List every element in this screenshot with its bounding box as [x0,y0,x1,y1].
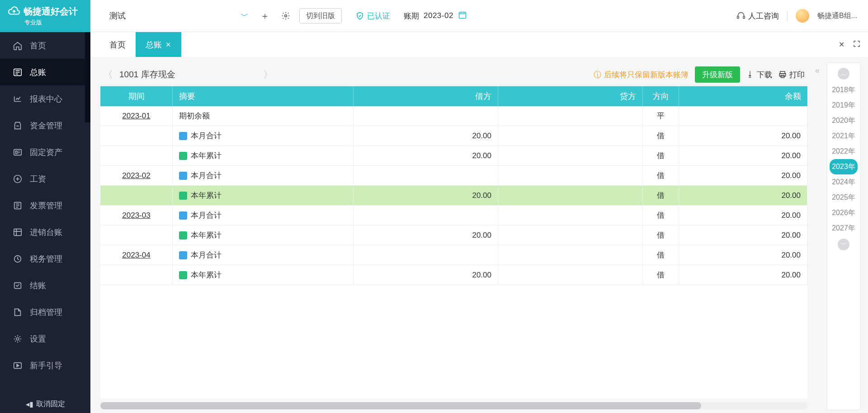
year-option[interactable]: 2019年 [830,98,858,113]
period-value: 2023-02 [424,11,453,20]
print-icon [778,70,787,79]
avatar[interactable] [796,9,809,23]
headset-icon [736,11,745,20]
year-option[interactable]: 2022年 [830,144,858,159]
table-row[interactable]: 2023-02本月合计借20.00 [100,166,807,186]
year-option[interactable]: 2023年 [830,159,858,174]
sidebar-item-label: 归档管理 [30,307,62,318]
cell-summary: 本年累计 [173,186,354,205]
year-total-icon [179,152,187,160]
year-option[interactable]: 2025年 [830,190,858,205]
account-name: 测试 [109,10,126,21]
cell-direction: 借 [643,265,679,285]
table-row[interactable]: 本年累计20.00借20.00 [100,265,807,285]
year-option[interactable]: 2026年 [830,205,858,221]
table-row[interactable]: 2023-04本月合计借20.00 [100,245,807,265]
gear-icon[interactable] [278,9,293,23]
cell-period [100,265,173,285]
year-option[interactable]: 2021年 [830,128,858,144]
sidebar-item-12[interactable]: 新手引导 [0,352,90,379]
upgrade-button[interactable]: 升级新版 [695,66,740,83]
table-row[interactable]: 本年累计20.00借20.00 [100,186,807,206]
svg-rect-1 [459,12,466,18]
svg-rect-2 [737,16,739,19]
cell-period [100,225,173,245]
period-link[interactable]: 2023-04 [122,251,150,260]
cell-period: 2023-02 [100,166,173,185]
next-account-button[interactable]: 〉 [263,68,273,81]
sidebar-item-8[interactable]: 税务管理 [0,245,90,272]
sidebar-item-0[interactable]: 首页 [0,32,90,59]
support-button[interactable]: 人工咨询 [736,11,779,21]
year-total-icon [179,231,187,239]
close-icon[interactable]: ✕ [165,41,171,49]
tab-ledger[interactable]: 总账 ✕ [136,32,181,57]
horizontal-scrollbar[interactable] [100,402,807,409]
sidebar-item-label: 资金管理 [30,120,62,131]
table-row[interactable]: 2023-01期初余额平 [100,106,807,126]
month-total-icon [179,251,187,259]
main: 首页 总账 ✕ ✕ 〈 1001 库存现金 〉 ⓘ [90,32,868,413]
period-display: 账期 2023-02 [404,10,467,22]
col-debit: 借方 [354,86,498,106]
year-option[interactable]: 2027年 [830,221,858,236]
sidebar-item-7[interactable]: 进销台账 [0,219,90,245]
collapse-year-button[interactable]: « [812,63,823,409]
svg-rect-13 [780,71,785,74]
sidebar-item-label: 设置 [30,333,46,344]
period-link[interactable]: 2023-03 [122,211,150,220]
year-total-icon [179,192,187,200]
account-area: 测试 ﹀ ＋ 切到旧版 [107,7,342,25]
cell-credit [498,265,643,285]
cell-credit [498,186,643,205]
table-row[interactable]: 2023-03本月合计借20.00 [100,206,807,225]
cell-period [100,186,173,205]
table-row[interactable]: 本月合计20.00借20.00 [100,126,807,146]
year-option[interactable]: 2020年 [830,113,858,128]
cell-summary: 本月合计 [173,166,354,185]
sidebar-item-2[interactable]: 报表中心 [0,85,90,112]
sidebar-item-11[interactable]: 设置 [0,325,90,352]
year-down-button[interactable]: ﹀ [838,239,849,250]
sidebar-item-10[interactable]: 归档管理 [0,299,90,325]
sidebar-item-5[interactable]: 工资 [0,165,90,192]
sidebar-item-6[interactable]: 发票管理 [0,192,90,219]
period-link[interactable]: 2023-02 [122,171,150,180]
close-all-icon[interactable]: ✕ [839,40,844,49]
sidebar-scrollbar[interactable] [85,32,90,413]
cell-debit [354,106,498,126]
tab-home[interactable]: 首页 [99,32,136,57]
fullscreen-icon[interactable] [853,40,861,50]
sidebar-item-label: 发票管理 [30,200,62,211]
cell-debit: 20.00 [354,265,498,285]
sidebar-item-9[interactable]: 结账 [0,272,90,299]
period-link[interactable]: 2023-01 [122,112,150,121]
cell-summary: 本年累计 [173,265,354,285]
cell-direction: 借 [643,126,679,145]
table-row[interactable]: 本年累计20.00借20.00 [100,146,807,166]
add-button[interactable]: ＋ [258,9,272,23]
toggle-pin-button[interactable]: ◂▮ 取消固定 [0,395,90,413]
switch-old-version-button[interactable]: 切到旧版 [299,8,342,23]
table-row[interactable]: 本年累计20.00借20.00 [100,225,807,245]
cell-debit: 20.00 [354,126,498,145]
calendar-icon[interactable] [458,10,467,22]
sidebar-item-4[interactable]: 固定资产 [0,139,90,165]
user-name: 畅捷通B组... [817,11,857,21]
account-select[interactable]: 测试 ﹀ [107,7,251,25]
print-button[interactable]: 打印 [778,70,805,80]
certified-badge[interactable]: 已认证 [355,11,390,21]
year-option[interactable]: 2018年 [830,82,858,98]
nav-icon [13,94,23,104]
nav-icon [13,361,23,371]
year-up-button[interactable]: ︿ [838,68,849,80]
sidebar-item-3[interactable]: 资金管理 [0,112,90,139]
prev-account-button[interactable]: 〈 [103,68,113,81]
cell-direction: 借 [643,146,679,165]
download-button[interactable]: ⭳ 下载 [746,70,772,80]
sidebar-item-label: 税务管理 [30,253,62,264]
year-option[interactable]: 2024年 [830,174,858,190]
sidebar-item-1[interactable]: 总账 [0,59,90,85]
ledger-panel: 〈 1001 库存现金 〉 ⓘ 后续将只保留新版本账簿 升级新版 ⭳ 下载 [100,63,807,409]
cell-debit [354,166,498,185]
